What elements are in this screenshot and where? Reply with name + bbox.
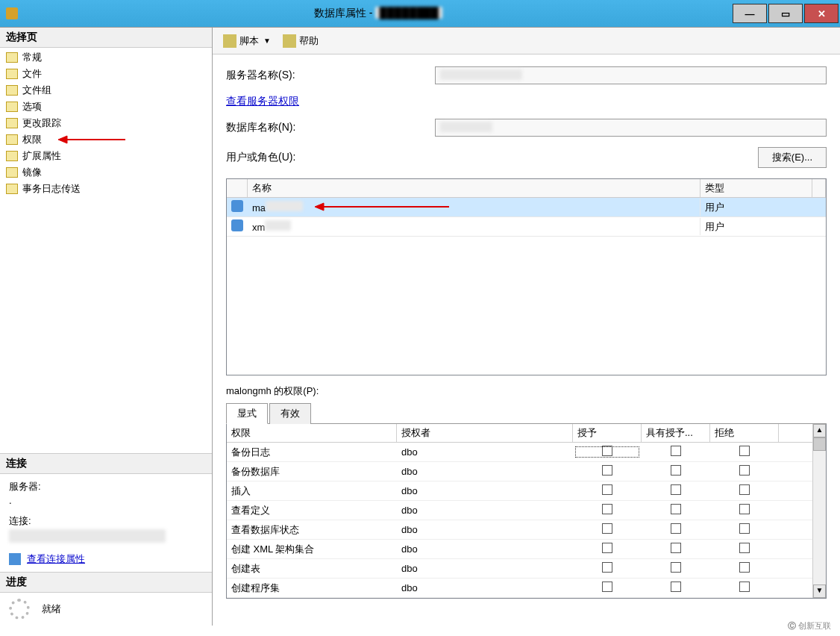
perm-grantor: dbo bbox=[397, 503, 573, 517]
checkbox-icon[interactable] bbox=[739, 582, 750, 592]
page-item-options[interactable]: 选项 bbox=[0, 99, 212, 115]
col-grantor[interactable]: 授权者 bbox=[397, 424, 573, 442]
deny-checkbox-cell[interactable] bbox=[710, 541, 779, 557]
db-name-field[interactable] bbox=[435, 119, 827, 137]
grant-checkbox-cell[interactable] bbox=[573, 541, 642, 557]
col-name[interactable]: 名称 bbox=[248, 179, 700, 197]
col-grant[interactable]: 授予 bbox=[573, 424, 642, 442]
checkbox-icon[interactable] bbox=[602, 562, 612, 573]
grant-checkbox-cell[interactable] bbox=[573, 522, 642, 537]
checkbox-icon[interactable] bbox=[739, 543, 750, 553]
checkbox-icon[interactable] bbox=[739, 446, 750, 456]
checkbox-icon[interactable] bbox=[671, 562, 681, 573]
col-deny[interactable]: 拒绝 bbox=[710, 424, 779, 442]
grant-checkbox-cell[interactable] bbox=[573, 464, 642, 479]
tab-effective[interactable]: 有效 bbox=[269, 403, 311, 424]
page-item-permissions[interactable]: 权限 bbox=[0, 131, 212, 148]
grant-checkbox-cell[interactable] bbox=[573, 502, 642, 518]
grant-checkbox-cell[interactable] bbox=[573, 444, 642, 460]
deny-checkbox-cell[interactable] bbox=[710, 464, 779, 479]
scroll-thumb[interactable] bbox=[813, 437, 826, 451]
perm-row[interactable]: 备份数据库dbo bbox=[227, 462, 812, 481]
withgrant-checkbox-cell[interactable] bbox=[642, 541, 710, 557]
help-button[interactable]: 帮助 bbox=[278, 33, 323, 49]
page-item-mirroring[interactable]: 镜像 bbox=[0, 164, 212, 181]
col-type[interactable]: 类型 bbox=[700, 179, 812, 197]
checkbox-icon[interactable] bbox=[602, 543, 612, 553]
server-name-label: 服务器名称(S): bbox=[226, 69, 435, 82]
grant-checkbox-cell[interactable] bbox=[573, 561, 642, 576]
page-icon bbox=[6, 102, 18, 112]
withgrant-checkbox-cell[interactable] bbox=[642, 483, 710, 499]
vertical-scrollbar[interactable]: ▲ ▼ bbox=[812, 424, 826, 598]
withgrant-checkbox-cell[interactable] bbox=[642, 502, 710, 518]
checkbox-icon[interactable] bbox=[602, 504, 612, 514]
perm-row[interactable]: 创建 XML 架构集合dbo bbox=[227, 540, 812, 559]
checkbox-icon[interactable] bbox=[739, 562, 750, 573]
user-row[interactable]: ma 用户 bbox=[227, 198, 826, 217]
page-icon bbox=[6, 85, 18, 96]
scroll-up-button[interactable]: ▲ bbox=[813, 424, 826, 437]
deny-checkbox-cell[interactable] bbox=[710, 444, 779, 460]
search-button[interactable]: 搜索(E)... bbox=[758, 147, 827, 168]
page-item-filegroups[interactable]: 文件组 bbox=[0, 82, 212, 99]
checkbox-icon[interactable] bbox=[671, 504, 681, 514]
checkbox-icon[interactable] bbox=[602, 582, 612, 592]
script-button[interactable]: 脚本 ▼ bbox=[219, 33, 275, 49]
col-permission[interactable]: 权限 bbox=[227, 424, 397, 442]
withgrant-checkbox-cell[interactable] bbox=[642, 580, 710, 596]
withgrant-checkbox-cell[interactable] bbox=[642, 464, 710, 479]
grant-checkbox-cell[interactable] bbox=[573, 483, 642, 499]
scroll-track[interactable] bbox=[813, 451, 826, 584]
checkbox-icon[interactable] bbox=[671, 484, 681, 495]
view-connection-props-link[interactable]: 查看连接属性 bbox=[27, 552, 85, 566]
tab-explicit[interactable]: 显式 bbox=[226, 403, 268, 424]
checkbox-icon[interactable] bbox=[602, 484, 612, 495]
user-row[interactable]: xm 用户 bbox=[227, 217, 826, 237]
deny-checkbox-cell[interactable] bbox=[710, 502, 779, 518]
page-item-files[interactable]: 文件 bbox=[0, 66, 212, 82]
checkbox-icon[interactable] bbox=[739, 504, 750, 514]
progress-status: 就绪 bbox=[42, 602, 61, 616]
deny-checkbox-cell[interactable] bbox=[710, 483, 779, 499]
checkbox-icon[interactable] bbox=[671, 465, 681, 476]
checkbox-icon[interactable] bbox=[671, 543, 681, 553]
view-server-perms-link[interactable]: 查看服务器权限 bbox=[226, 95, 299, 108]
minimize-button[interactable]: — bbox=[733, 4, 767, 23]
perm-row[interactable]: 插入dbo bbox=[227, 481, 812, 501]
form-area: 服务器名称(S): 查看服务器权限 数据库名称(N): 用户或角色(U): 搜索… bbox=[213, 54, 840, 178]
perm-row[interactable]: 查看定义dbo bbox=[227, 501, 812, 520]
checkbox-icon[interactable] bbox=[602, 465, 612, 476]
page-item-logship[interactable]: 事务日志传送 bbox=[0, 181, 212, 197]
page-icon bbox=[6, 118, 18, 128]
checkbox-icon[interactable] bbox=[739, 465, 750, 476]
checkbox-icon[interactable] bbox=[602, 523, 612, 534]
perm-row[interactable]: 创建表dbo bbox=[227, 559, 812, 579]
checkbox-icon[interactable] bbox=[739, 484, 750, 495]
server-name-field[interactable] bbox=[435, 66, 827, 84]
checkbox-icon[interactable] bbox=[671, 523, 681, 534]
col-withgrant[interactable]: 具有授予... bbox=[642, 424, 710, 442]
perm-row[interactable]: 备份日志dbo bbox=[227, 443, 812, 462]
col-icon[interactable] bbox=[227, 179, 248, 197]
maximize-button[interactable]: ▭ bbox=[768, 4, 803, 23]
withgrant-checkbox-cell[interactable] bbox=[642, 444, 710, 460]
checkbox-icon[interactable] bbox=[739, 523, 750, 534]
page-item-changetracking[interactable]: 更改跟踪 bbox=[0, 115, 212, 131]
deny-checkbox-cell[interactable] bbox=[710, 580, 779, 596]
withgrant-checkbox-cell[interactable] bbox=[642, 561, 710, 576]
progress-header: 进度 bbox=[0, 573, 212, 593]
scroll-down-button[interactable]: ▼ bbox=[813, 584, 826, 598]
page-item-extendedprops[interactable]: 扩展属性 bbox=[0, 148, 212, 164]
perm-row[interactable]: 查看数据库状态dbo bbox=[227, 520, 812, 540]
withgrant-checkbox-cell[interactable] bbox=[642, 522, 710, 537]
checkbox-icon[interactable] bbox=[602, 446, 612, 456]
deny-checkbox-cell[interactable] bbox=[710, 561, 779, 576]
perm-row[interactable]: 创建程序集dbo bbox=[227, 579, 812, 598]
close-button[interactable]: ✕ bbox=[804, 4, 839, 23]
checkbox-icon[interactable] bbox=[671, 446, 681, 456]
page-item-general[interactable]: 常规 bbox=[0, 49, 212, 66]
checkbox-icon[interactable] bbox=[671, 582, 681, 592]
grant-checkbox-cell[interactable] bbox=[573, 580, 642, 596]
deny-checkbox-cell[interactable] bbox=[710, 522, 779, 537]
